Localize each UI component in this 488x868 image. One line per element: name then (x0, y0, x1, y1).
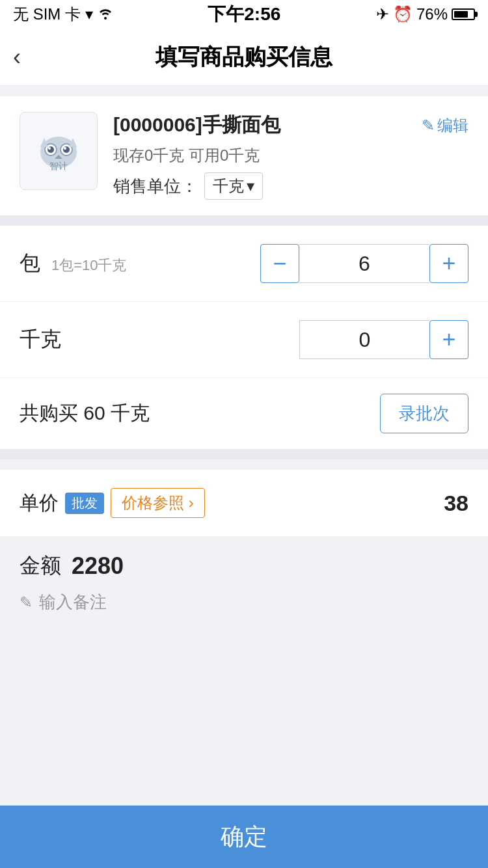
unit-arrow: ▾ (247, 177, 254, 195)
remark-icon: ✎ (20, 593, 33, 612)
svg-point-4 (63, 146, 70, 153)
bao-qty-controls: − + (260, 244, 468, 283)
battery-icon (452, 8, 475, 20)
amount-value: 2280 (72, 552, 124, 580)
svg-point-6 (64, 147, 66, 150)
status-left: 无 SIM 卡 ▾ (13, 4, 113, 25)
page-title: 填写商品购买信息 (156, 42, 332, 72)
remark-placeholder: 输入备注 (39, 591, 107, 614)
kg-qty-row: 千克 + (0, 302, 488, 378)
amount-label: 金额 (20, 552, 61, 580)
kg-plus-button[interactable]: + (429, 320, 468, 359)
record-batch-button[interactable]: 录批次 (380, 394, 468, 433)
product-thumbnail: 智计 (20, 112, 98, 190)
product-stock: 现存0千克 可用0千克 (113, 145, 468, 166)
unit-select[interactable]: 千克 ▾ (204, 172, 263, 200)
confirm-bar[interactable]: 确定 (0, 806, 488, 868)
price-value: 38 (444, 491, 468, 516)
divider-1 (0, 215, 488, 226)
product-unit-row: 销售单位： 千克 ▾ (113, 172, 468, 200)
bao-qty-row: 包 1包=10千克 − + (0, 226, 488, 302)
amount-section: 金额 2280 ✎ 输入备注 (0, 536, 488, 624)
location-icon: ✈ (376, 5, 389, 23)
unit-label: 销售单位： (113, 175, 198, 198)
bao-minus-button[interactable]: − (260, 244, 299, 283)
divider-2 (0, 449, 488, 459)
price-row: 单价 批发 价格参照 › 38 (20, 488, 468, 518)
remark-row[interactable]: ✎ 输入备注 (20, 591, 468, 614)
status-time: 下午2:56 (208, 2, 280, 27)
kg-qty-controls: + (299, 320, 468, 359)
product-name: [0000006]手撕面包 (113, 112, 280, 139)
amount-row: 金额 2280 (20, 552, 468, 580)
batch-badge: 批发 (65, 493, 104, 514)
nav-bar: ‹ 填写商品购买信息 (0, 29, 488, 86)
svg-text:智计: 智计 (49, 161, 68, 170)
summary-row: 共购买 60 千克 录批次 (0, 378, 488, 449)
bao-hint: 1包=10千克 (51, 257, 127, 273)
battery-percent: 76% (416, 5, 448, 23)
bao-label: 包 1包=10千克 (20, 249, 260, 278)
bao-plus-button[interactable]: + (429, 244, 468, 283)
svg-point-3 (47, 146, 54, 153)
status-bar: 无 SIM 卡 ▾ 下午2:56 ✈ ⏰ 76% (0, 0, 488, 29)
bao-qty-input[interactable] (299, 244, 429, 283)
kg-label: 千克 (20, 325, 299, 354)
status-right: ✈ ⏰ 76% (376, 5, 475, 23)
qty-section: 包 1包=10千克 − + 千克 + (0, 226, 488, 378)
product-card: 智计 [0000006]手撕面包 ✎ 编辑 现存0千克 可用0千克 销售单位： … (0, 96, 488, 215)
alarm-icon: ⏰ (393, 5, 413, 23)
kg-qty-input[interactable] (299, 320, 429, 359)
svg-point-5 (48, 147, 51, 150)
sim-status: 无 SIM 卡 ▾ (13, 4, 93, 25)
edit-button[interactable]: ✎ 编辑 (422, 115, 468, 136)
product-info: [0000006]手撕面包 ✎ 编辑 现存0千克 可用0千克 销售单位： 千克 … (113, 112, 468, 200)
confirm-button[interactable]: 确定 (221, 821, 267, 853)
wifi-icon (98, 5, 113, 23)
price-ref-button[interactable]: 价格参照 › (111, 488, 205, 518)
summary-text: 共购买 60 千克 (20, 400, 150, 427)
back-button[interactable]: ‹ (13, 44, 21, 71)
price-label: 单价 批发 价格参照 › (20, 488, 205, 518)
price-section: 单价 批发 价格参照 › 38 (0, 470, 488, 536)
